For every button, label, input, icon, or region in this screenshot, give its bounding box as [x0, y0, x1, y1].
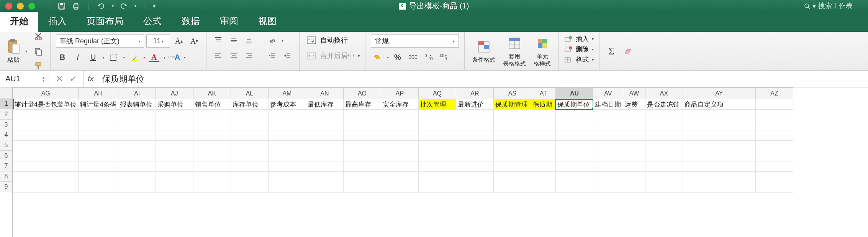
cell-AG2[interactable] — [13, 110, 79, 120]
cell-AN3[interactable] — [306, 120, 343, 130]
cell-AL7[interactable] — [231, 161, 268, 172]
cell-AS1[interactable]: 保质期管理 — [493, 99, 531, 110]
cell-AI3[interactable] — [118, 120, 156, 130]
cell-AU7[interactable] — [555, 161, 593, 172]
cell-AL4[interactable] — [231, 130, 268, 141]
cell-AK8[interactable] — [193, 172, 231, 182]
cell-AM5[interactable] — [268, 141, 306, 151]
row-header-8[interactable]: 8 — [0, 171, 12, 182]
cell-AP8[interactable] — [381, 172, 418, 182]
column-header-AK[interactable]: AK — [193, 88, 231, 99]
cell-AJ4[interactable] — [156, 130, 193, 141]
phonetic-icon[interactable]: abcA — [168, 51, 181, 63]
cell-AN7[interactable] — [306, 161, 343, 172]
increase-indent-icon[interactable] — [281, 50, 294, 61]
cell-AJ3[interactable] — [156, 120, 193, 130]
cell-AN6[interactable] — [306, 151, 343, 161]
cell-AG1[interactable]: 辅计量4是否包装单位 — [13, 99, 79, 110]
cell-AV4[interactable] — [593, 130, 623, 141]
tab-pagelayout[interactable]: 页面布局 — [77, 10, 133, 32]
print-icon[interactable] — [72, 2, 81, 10]
column-header-AO[interactable]: AO — [343, 88, 381, 99]
cell-AT3[interactable] — [531, 120, 555, 130]
cut-icon[interactable] — [32, 31, 45, 43]
insert-cells-button[interactable]: +插入▾ — [564, 35, 594, 43]
enter-formula-icon[interactable]: ✓ — [70, 74, 77, 84]
cell-AJ9[interactable] — [156, 182, 193, 193]
redo-icon[interactable] — [119, 2, 128, 10]
cell-AI1[interactable]: 报表辅单位 — [118, 99, 156, 110]
cell-AU4[interactable] — [555, 130, 593, 141]
cell-AN4[interactable] — [306, 130, 343, 141]
cell-AV7[interactable] — [593, 161, 623, 172]
column-header-AP[interactable]: AP — [381, 88, 418, 99]
cell-AZ7[interactable] — [755, 161, 793, 172]
orientation-icon[interactable]: ab — [265, 35, 278, 46]
fill-color-icon[interactable] — [127, 51, 140, 63]
cell-AM3[interactable] — [268, 120, 306, 130]
column-header-AY[interactable]: AY — [683, 88, 755, 99]
cell-AW1[interactable]: 运费 — [623, 99, 645, 110]
fill-color-dropdown-icon[interactable]: ▾ — [143, 55, 145, 59]
cell-AT9[interactable] — [531, 182, 555, 193]
cell-AT4[interactable] — [531, 130, 555, 141]
format-cells-button[interactable]: 格式▾ — [564, 55, 594, 64]
cell-AM8[interactable] — [268, 172, 306, 182]
cell-AG4[interactable] — [13, 130, 79, 141]
cell-AP4[interactable] — [381, 130, 418, 141]
currency-dropdown-icon[interactable]: ▾ — [387, 55, 389, 59]
cell-AT8[interactable] — [531, 172, 555, 182]
cell-AI7[interactable] — [118, 161, 156, 172]
cell-AO3[interactable] — [343, 120, 381, 130]
cell-AP3[interactable] — [381, 120, 418, 130]
cell-AN2[interactable] — [306, 110, 343, 120]
cell-AZ2[interactable] — [755, 110, 793, 120]
cell-AZ8[interactable] — [755, 172, 793, 182]
cell-AT7[interactable] — [531, 161, 555, 172]
minimize-window-button[interactable] — [17, 3, 24, 10]
column-header-AJ[interactable]: AJ — [156, 88, 193, 99]
cell-AQ3[interactable] — [418, 120, 456, 130]
cell-AO5[interactable] — [343, 141, 381, 151]
merge-dropdown-icon[interactable]: ▾ — [358, 54, 360, 58]
cell-AR9[interactable] — [456, 182, 493, 193]
cell-AI4[interactable] — [118, 130, 156, 141]
orientation-dropdown-icon[interactable]: ▾ — [282, 38, 283, 43]
cell-AV1[interactable]: 建档日期 — [593, 99, 623, 110]
cell-AN1[interactable]: 最低库存 — [306, 99, 343, 110]
row-header-4[interactable]: 4 — [0, 130, 12, 140]
undo-dropdown-icon[interactable]: ▾ — [112, 4, 114, 8]
name-box[interactable]: AU1 — [0, 71, 38, 87]
column-header-AM[interactable]: AM — [268, 88, 306, 99]
cell-AK1[interactable]: 销售单位 — [193, 99, 231, 110]
cell-AX6[interactable] — [645, 151, 683, 161]
cell-AP2[interactable] — [381, 110, 418, 120]
cell-AQ9[interactable] — [418, 182, 456, 193]
cell-AL9[interactable] — [231, 182, 268, 193]
cell-AW7[interactable] — [623, 161, 645, 172]
qat-customize-icon[interactable]: ▾ — [153, 3, 156, 9]
cell-AS6[interactable] — [493, 151, 531, 161]
cell-AZ5[interactable] — [755, 141, 793, 151]
cell-AW3[interactable] — [623, 120, 645, 130]
cell-AR8[interactable] — [456, 172, 493, 182]
redo-dropdown-icon[interactable]: ▾ — [134, 4, 136, 8]
cell-AL5[interactable] — [231, 141, 268, 151]
tab-review[interactable]: 审阅 — [210, 10, 248, 32]
cell-AR1[interactable]: 最新进价 — [456, 99, 493, 110]
cell-AR4[interactable] — [456, 130, 493, 141]
cell-AG8[interactable] — [13, 172, 79, 182]
cancel-formula-icon[interactable]: ✕ — [56, 74, 63, 84]
paste-dropdown-icon[interactable]: ▾ — [25, 49, 27, 53]
row-header-7[interactable]: 7 — [0, 161, 12, 171]
cell-AM6[interactable] — [268, 151, 306, 161]
cell-AI8[interactable] — [118, 172, 156, 182]
cell-AI9[interactable] — [118, 182, 156, 193]
underline-button[interactable]: U — [87, 51, 100, 63]
cell-AR7[interactable] — [456, 161, 493, 172]
cell-AS4[interactable] — [493, 130, 531, 141]
cell-AV2[interactable] — [593, 110, 623, 120]
cell-AT5[interactable] — [531, 141, 555, 151]
conditional-format-button[interactable]: 条件格式 — [470, 39, 498, 64]
cell-AH3[interactable] — [79, 120, 118, 130]
